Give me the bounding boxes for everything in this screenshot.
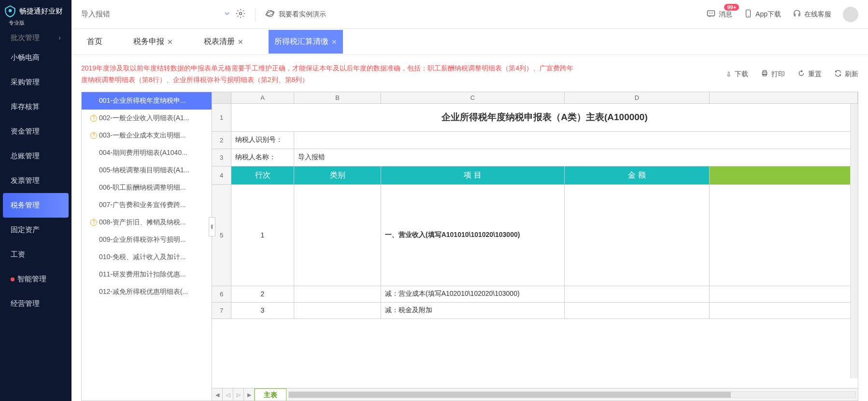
logo-icon bbox=[4, 5, 16, 17]
service-button[interactable]: 在线客服 bbox=[793, 9, 831, 19]
col-header-a[interactable]: A bbox=[231, 92, 294, 103]
cell[interactable]: 减：税金及附加 bbox=[381, 303, 565, 318]
header-cell[interactable]: 行次 bbox=[231, 166, 294, 184]
sidebar-item-9[interactable]: 智能管理 bbox=[0, 267, 71, 291]
cell[interactable]: 3 bbox=[231, 303, 294, 318]
row-header[interactable]: 2 bbox=[212, 132, 231, 149]
search-box[interactable]: 导入报错 bbox=[81, 9, 245, 20]
cell[interactable] bbox=[565, 132, 710, 149]
tab-1[interactable]: 税务申报✕ bbox=[128, 30, 179, 54]
tree-item-0[interactable]: 001-企业所得税年度纳税申... bbox=[82, 92, 212, 110]
cell[interactable]: 2 bbox=[231, 286, 294, 302]
svg-point-6 bbox=[711, 13, 711, 14]
tree-item-11[interactable]: 012-减免所得税优惠明细表(... bbox=[82, 283, 212, 301]
sheet-nav-first-icon[interactable]: ◀ bbox=[212, 388, 223, 401]
sidebar-item-3[interactable]: 资金管理 bbox=[0, 119, 71, 144]
message-button[interactable]: 消息 99+ bbox=[706, 9, 732, 20]
cell[interactable] bbox=[294, 303, 381, 318]
app-download-button[interactable]: App下载 bbox=[744, 9, 781, 19]
sidebar-item-5[interactable]: 发票管理 bbox=[0, 168, 71, 193]
header-cell[interactable]: 项 目 bbox=[381, 166, 565, 184]
cell[interactable] bbox=[565, 303, 710, 318]
col-header-d[interactable]: D bbox=[565, 92, 710, 103]
cell[interactable] bbox=[710, 132, 858, 149]
vertical-scrollbar[interactable] bbox=[850, 104, 858, 378]
cell[interactable] bbox=[381, 149, 565, 166]
cell[interactable]: 减：营业成本(填写A102010\102020\103000) bbox=[381, 286, 565, 302]
gear-icon[interactable] bbox=[236, 9, 245, 20]
sheet-nav-next-icon[interactable]: ▷ bbox=[233, 388, 244, 401]
sidebar-item-6[interactable]: 税务管理 bbox=[3, 193, 69, 218]
tree-item-10[interactable]: 011-研发费用加计扣除优惠... bbox=[82, 266, 212, 283]
tab-2[interactable]: 税表清册✕ bbox=[198, 30, 249, 54]
close-icon[interactable]: ✕ bbox=[238, 38, 243, 46]
sheet-nav-last-icon[interactable]: ▶ bbox=[244, 388, 255, 401]
cell[interactable] bbox=[381, 132, 565, 149]
tree-item-2[interactable]: ?003-一般企业成本支出明细... bbox=[82, 127, 212, 144]
tree-item-label: 005-纳税调整项目明细表(A1... bbox=[99, 166, 189, 175]
cell[interactable]: 纳税人识别号： bbox=[231, 132, 294, 149]
reset-button[interactable]: 重置 bbox=[797, 69, 822, 79]
avatar[interactable] bbox=[843, 7, 858, 22]
header-cell[interactable]: 类别 bbox=[294, 166, 381, 184]
tree-item-8[interactable]: 009-企业所得税弥补亏损明... bbox=[82, 231, 212, 249]
cell[interactable] bbox=[565, 286, 710, 302]
sidebar-item-10[interactable]: 经营管理 bbox=[0, 291, 71, 316]
cell[interactable]: 一、营业收入(填写A101010\101020\103000) bbox=[381, 185, 565, 286]
sheet-nav-prev-icon[interactable]: ◁ bbox=[223, 388, 233, 401]
cell[interactable]: 纳税人名称： bbox=[231, 149, 294, 166]
sidebar-item-8[interactable]: 工资 bbox=[0, 242, 71, 267]
print-button[interactable]: 打印 bbox=[761, 69, 785, 79]
cell[interactable] bbox=[294, 286, 381, 302]
cell[interactable] bbox=[710, 286, 858, 302]
header-cell[interactable] bbox=[710, 166, 858, 184]
sidebar-item-partial[interactable]: 批次管理 › bbox=[0, 30, 71, 45]
tree-item-7[interactable]: ?008-资产折旧、摊销及纳税... bbox=[82, 214, 212, 231]
download-button[interactable]: ⇩下载 bbox=[726, 69, 748, 79]
row-header[interactable]: 4 bbox=[212, 166, 231, 184]
cell[interactable] bbox=[294, 185, 381, 286]
select-all-corner[interactable] bbox=[212, 92, 231, 103]
sheet-footer: ◀ ◁ ▷ ▶ 主表 bbox=[212, 388, 858, 401]
col-header-extra[interactable] bbox=[710, 92, 858, 103]
chevron-down-icon[interactable] bbox=[223, 10, 231, 19]
close-icon[interactable]: ✕ bbox=[331, 38, 337, 46]
cell[interactable] bbox=[294, 132, 381, 149]
row-header[interactable]: 3 bbox=[212, 149, 231, 166]
phone-icon bbox=[744, 9, 753, 19]
collapse-handle[interactable]: ⟪ bbox=[209, 217, 215, 236]
sidebar-item-4[interactable]: 总账管理 bbox=[0, 144, 71, 168]
refresh-button[interactable]: 刷新 bbox=[834, 69, 858, 79]
tree-item-4[interactable]: 005-纳税调整项目明细表(A1... bbox=[82, 162, 212, 179]
demo-link[interactable]: 我要看实例演示 bbox=[265, 9, 326, 20]
cell[interactable]: 1 bbox=[231, 185, 294, 286]
cell[interactable] bbox=[565, 185, 710, 286]
cell[interactable] bbox=[710, 303, 858, 318]
sheet-title[interactable]: 企业所得税年度纳税申报表（A类）主表(A100000) bbox=[231, 104, 858, 131]
row-header[interactable]: 7 bbox=[212, 303, 231, 318]
cell[interactable] bbox=[710, 149, 858, 166]
row-header[interactable]: 1 bbox=[212, 104, 231, 131]
sidebar-item-0[interactable]: 小畅电商 bbox=[0, 45, 71, 70]
sheet-tab[interactable]: 主表 bbox=[255, 388, 286, 401]
horizontal-scrollbar[interactable] bbox=[288, 391, 856, 398]
col-header-c[interactable]: C bbox=[381, 92, 565, 103]
row-header[interactable]: 6 bbox=[212, 286, 231, 302]
tree-item-9[interactable]: 010-免税、减计收入及加计... bbox=[82, 249, 212, 266]
sidebar-item-1[interactable]: 采购管理 bbox=[0, 70, 71, 95]
sidebar-item-7[interactable]: 固定资产 bbox=[0, 218, 71, 242]
header-cell[interactable]: 金 额 bbox=[565, 166, 710, 184]
tree-item-1[interactable]: ?002-一般企业收入明细表(A1... bbox=[82, 110, 212, 127]
col-header-b[interactable]: B bbox=[294, 92, 381, 103]
cell[interactable]: 导入报错 bbox=[294, 149, 381, 166]
sidebar-item-2[interactable]: 库存核算 bbox=[0, 95, 71, 119]
tree-item-6[interactable]: 007-广告费和业务宣传费跨... bbox=[82, 196, 212, 214]
tab-0[interactable]: 首页 bbox=[81, 30, 108, 54]
tree-item-5[interactable]: 006-职工薪酬纳税调整明细... bbox=[82, 179, 212, 196]
planet-icon bbox=[265, 9, 275, 20]
tab-3[interactable]: 所得税汇算清缴✕ bbox=[269, 30, 343, 54]
cell[interactable] bbox=[565, 149, 710, 166]
close-icon[interactable]: ✕ bbox=[167, 38, 173, 46]
cell[interactable] bbox=[710, 185, 858, 286]
tree-item-3[interactable]: 004-期间费用明细表(A1040... bbox=[82, 144, 212, 162]
